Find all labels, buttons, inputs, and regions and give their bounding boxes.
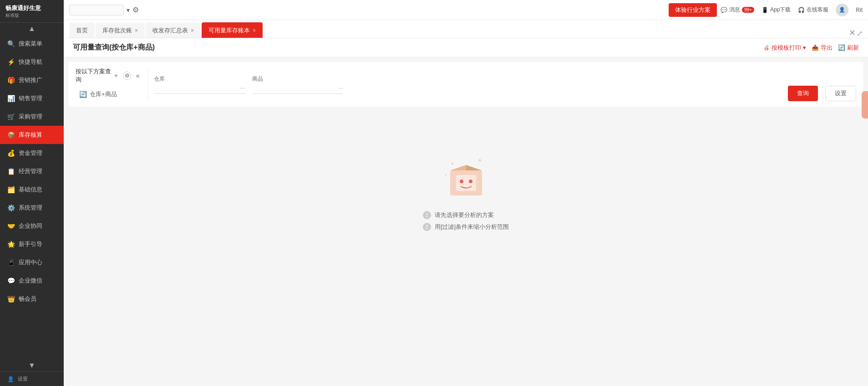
sidebar-item-search[interactable]: 🔍 搜索菜单 (0, 35, 64, 53)
sidebar-label-finance: 资金管理 (19, 149, 42, 157)
header-search-input[interactable] (69, 5, 124, 15)
app-download-btn[interactable]: 📱 App下载 (761, 6, 791, 14)
product-input-wrap: ··· (252, 85, 343, 94)
warehouse-more-btn[interactable]: ··· (240, 85, 245, 91)
refresh-btn[interactable]: 🔄 刷新 (838, 44, 859, 52)
product-more-btn[interactable]: ··· (339, 85, 343, 91)
sidebar-icon-shortcut: ⚡ (7, 58, 15, 66)
sidebar-label-enterprise: 企业协同 (19, 222, 42, 230)
tab-label-receipt: 收发存汇总表 (152, 26, 188, 35)
sidebar-icon-guide: 🌟 (7, 241, 15, 248)
sidebar-item-system[interactable]: ⚙️ 系统管理 (0, 199, 64, 217)
sidebar-item-sales[interactable]: 📊 销售管理 (0, 89, 64, 108)
tab-home[interactable]: 首页 (69, 22, 95, 38)
tab-receipt[interactable]: 收发存汇总表× (146, 22, 201, 38)
tab-bar-expand-btn[interactable]: ⤢ (857, 29, 863, 38)
tip-num-2: 2 (423, 223, 431, 231)
export-label: 导出 (821, 44, 832, 52)
message-btn[interactable]: 💬 消息 99+ (721, 6, 754, 14)
sidebar-item-marketing[interactable]: 🎁 营销推广 (0, 71, 64, 89)
sidebar-label-operations: 经营管理 (19, 167, 42, 175)
page-actions: 🖨 按模板打印 ▾ 📤 导出 🔄 刷新 (764, 44, 859, 52)
sidebar-icon-basic: 🗂️ (7, 186, 15, 193)
add-icon: ＋ (113, 72, 119, 80)
sidebar-nav: 🔍 搜索菜单 ⚡ 快捷导航 🎁 营销推广 📊 销售管理 🛒 采购管理 📦 库存核… (0, 35, 64, 360)
sidebar-item-enterprise[interactable]: 🤝 企业协同 (0, 217, 64, 235)
message-icon: 💬 (721, 7, 727, 13)
tab-available[interactable]: 可用量库存账本× (202, 22, 263, 38)
sidebar-item-inventory[interactable]: 📦 库存核算 (0, 126, 64, 144)
header-gear-btn[interactable]: ⚙ (132, 5, 139, 14)
sidebar-item-finance[interactable]: 💰 资金管理 (0, 144, 64, 162)
scheme-label: 按以下方案查询 (76, 67, 112, 84)
scheme-add-btn[interactable]: ＋ (112, 71, 121, 80)
sidebar-bottom: 👤 设置 (0, 371, 64, 386)
online-service-btn[interactable]: 🎧 在线客服 (798, 6, 828, 14)
sidebar-icon-system: ⚙️ (7, 204, 15, 211)
avatar-placeholder: 👤 (839, 7, 845, 13)
sidebar-icon-marketing: 🎁 (7, 77, 15, 84)
settings-btn[interactable]: 设置 (825, 86, 856, 101)
trial-btn[interactable]: 体验行业方案 (669, 3, 717, 17)
tip-num-1: 1 (423, 211, 431, 219)
sidebar-item-basic[interactable]: 🗂️ 基础信息 (0, 180, 64, 199)
sidebar-user-icon: 👤 (7, 376, 14, 382)
product-input[interactable] (252, 85, 339, 92)
sidebar-scroll-up[interactable]: ▲ (0, 23, 64, 35)
logo-sub: 标准版 (5, 12, 58, 19)
service-icon: 🎧 (798, 7, 805, 13)
print-dropdown-icon: ▾ (803, 44, 806, 51)
sidebar-item-shortcut[interactable]: ⚡ 快捷导航 (0, 53, 64, 71)
sidebar-scroll-down[interactable]: ▼ (0, 360, 64, 371)
app-icon: 📱 (761, 7, 768, 13)
sidebar-icon-search: 🔍 (7, 40, 15, 47)
empty-tip-1: 1 请先选择要分析的方案 (423, 211, 509, 219)
header-dropdown-btn[interactable]: ▾ (127, 6, 130, 14)
sidebar-item-apps[interactable]: 📱 应用中心 (0, 253, 64, 272)
tab-close-receipt[interactable]: × (191, 28, 194, 33)
sidebar-icon-sales: 📊 (7, 95, 15, 102)
sidebar-label-basic: 基础信息 (19, 185, 42, 194)
tab-close-batch[interactable]: × (135, 28, 138, 33)
query-btn[interactable]: 查询 (788, 86, 818, 101)
sidebar-logo: 畅康通好生意 标准版 (0, 0, 64, 23)
scheme-panel: 按以下方案查询 ＋ ⚙ « 🔄 仓库+ (76, 67, 148, 101)
sidebar-item-wechat[interactable]: 💬 企业微信 (0, 272, 64, 290)
scheme-item-warehouse[interactable]: 🔄 仓库+商品 (76, 87, 142, 101)
sidebar-label-search: 搜索菜单 (19, 40, 42, 48)
product-label: 商品 (252, 75, 343, 83)
tab-batch[interactable]: 库存批次账× (96, 22, 145, 38)
scheme-settings-btn[interactable]: ⚙ (122, 71, 132, 80)
svg-point-4 (460, 180, 463, 183)
sidebar-label-inventory: 库存核算 (19, 131, 42, 139)
warehouse-input[interactable] (154, 85, 240, 92)
empty-state: 1 请先选择要分析的方案 2 用[过滤]条件来缩小分析范围 (64, 111, 868, 268)
sidebar-label-sales: 销售管理 (19, 94, 42, 103)
page-title: 可用量查询(按仓库+商品) (73, 43, 155, 52)
print-btn[interactable]: 🖨 按模板打印 ▾ (764, 44, 806, 52)
export-btn[interactable]: 📤 导出 (812, 44, 832, 52)
sidebar-item-operations[interactable]: 📋 经营管理 (0, 162, 64, 180)
product-field: 商品 ··· (252, 75, 343, 94)
sidebar-label-apps: 应用中心 (19, 258, 42, 267)
scheme-item-label: 仓库+商品 (90, 90, 117, 98)
tab-label-home: 首页 (76, 26, 88, 35)
app-download-label: App下载 (770, 6, 791, 14)
sidebar-icon-finance: 💰 (7, 149, 15, 157)
sidebar: 畅康通好生意 标准版 ▲ 🔍 搜索菜单 ⚡ 快捷导航 🎁 营销推广 📊 销售管理… (0, 0, 64, 386)
tab-close-available[interactable]: × (253, 28, 256, 33)
empty-tip-2: 2 用[过滤]条件来缩小分析范围 (423, 223, 509, 231)
print-label: 按模板打印 (772, 44, 801, 52)
svg-rect-3 (456, 175, 476, 191)
sidebar-label-guide: 新手引导 (19, 240, 42, 248)
svg-point-7 (478, 159, 481, 162)
sidebar-label-marketing: 营销推广 (19, 76, 42, 84)
tab-bar-close-btn[interactable]: ✕ (849, 28, 856, 38)
header-search-area: ▾ ⚙ (69, 5, 665, 15)
scheme-collapse-btn[interactable]: « (133, 71, 142, 80)
refresh-icon: 🔄 (838, 44, 845, 51)
logo-title: 畅康通好生意 (5, 5, 58, 12)
sidebar-item-purchase[interactable]: 🛒 采购管理 (0, 108, 64, 126)
sidebar-item-guide[interactable]: 🌟 新手引导 (0, 235, 64, 253)
sidebar-item-member[interactable]: 👑 畅会员 (0, 290, 64, 308)
